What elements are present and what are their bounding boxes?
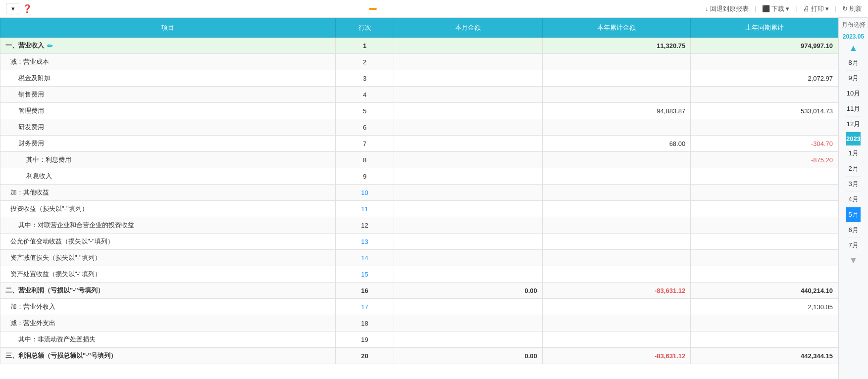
- cell-month-amount: [394, 119, 542, 136]
- cell-row-num: 14: [335, 250, 394, 266]
- sidebar-month-item[interactable]: 6月: [846, 223, 861, 238]
- cell-prev-amount: 974,997.10: [691, 38, 838, 54]
- cell-row-num: 10: [335, 185, 394, 201]
- cell-year-amount: [542, 70, 690, 87]
- cell-month-amount: [394, 250, 542, 266]
- cell-month-amount: [394, 234, 542, 250]
- refresh-button[interactable]: ↻ 刷新: [842, 4, 862, 13]
- cell-row-num: 11: [335, 201, 394, 217]
- sidebar-month-item[interactable]: 10月: [846, 86, 861, 101]
- cell-row-num: 6: [335, 119, 394, 136]
- cell-row-num: 5: [335, 103, 394, 119]
- sidebar-month-item[interactable]: 4月: [846, 192, 861, 207]
- sidebar-month-item[interactable]: 2023: [846, 132, 861, 146]
- cell-month-amount: [394, 266, 542, 283]
- sidebar-month-item[interactable]: 5月: [846, 207, 861, 223]
- top-bar: ▾ ❓ ↓ 回退到原报表 | ⬛ 下载 ▾ | 🖨 打印 ▾: [0, 0, 868, 18]
- back-button[interactable]: ↓ 回退到原报表: [705, 4, 749, 13]
- sidebar-month-item[interactable]: 8月: [846, 55, 861, 71]
- cell-prev-amount: [691, 54, 838, 70]
- sidebar-up-icon[interactable]: ▲: [839, 41, 868, 55]
- cell-month-amount: [394, 185, 542, 201]
- cell-item: 其中：利息费用: [0, 152, 336, 168]
- table-row: 资产减值损失（损失以"-"填列）14: [0, 250, 838, 266]
- sidebar-month-item[interactable]: 3月: [846, 177, 861, 192]
- cell-year-amount: [542, 152, 690, 168]
- cell-row-num: 19: [335, 332, 394, 348]
- col-header-item: 项目: [0, 18, 336, 38]
- download-chevron-icon: ▾: [786, 5, 789, 12]
- cell-prev-amount: -875.20: [691, 152, 838, 168]
- cell-row-num: 15: [335, 266, 394, 283]
- table-row: 销售费用4: [0, 87, 838, 103]
- cell-prev-amount: [691, 315, 838, 332]
- main-content: 项目 行次 本月金额 本年累计金额 上年同期累计 一、营业收入✏111,320.…: [0, 18, 868, 379]
- cell-year-amount: 68.00: [542, 136, 690, 152]
- cell-year-amount: [542, 54, 690, 70]
- print-label: 打印: [811, 4, 824, 13]
- table-row: 利息收入9: [0, 168, 838, 185]
- cell-row-num: 12: [335, 217, 394, 234]
- cell-year-amount: [542, 119, 690, 136]
- cell-year-amount: [542, 217, 690, 234]
- cell-prev-amount: [691, 266, 838, 283]
- cell-row-num: 17: [335, 299, 394, 315]
- table-row: 二、营业利润（亏损以"-"号填列）160.00-83,631.12440,214…: [0, 283, 838, 299]
- sidebar: 月份选择 2023.05 ▲ 8月9月10月11月12月20231月2月3月4月…: [838, 18, 868, 379]
- download-button[interactable]: ⬛ 下载 ▾: [762, 4, 789, 13]
- sidebar-month-item[interactable]: 11月: [846, 101, 861, 117]
- cell-item: 减：营业外支出: [0, 315, 336, 332]
- divider1: |: [755, 5, 756, 12]
- back-icon: ↓: [705, 5, 709, 12]
- cell-item: 税金及附加: [0, 70, 336, 87]
- cell-item: 销售费用: [0, 87, 336, 103]
- cell-row-num: 3: [335, 70, 394, 87]
- cell-month-amount: [394, 217, 542, 234]
- scope-dropdown[interactable]: ▾: [6, 3, 19, 14]
- refresh-label: 刷新: [849, 4, 862, 13]
- cell-month-amount: [394, 299, 542, 315]
- cell-year-amount: [542, 266, 690, 283]
- table-row: 管理费用594,883.87533,014.73: [0, 103, 838, 119]
- table-row: 其中：利息费用8-875.20: [0, 152, 838, 168]
- top-bar-left: ▾ ❓: [6, 3, 32, 14]
- sidebar-month-item[interactable]: 12月: [846, 117, 861, 132]
- status-badge[interactable]: [369, 8, 377, 10]
- sidebar-month-item[interactable]: 1月: [846, 146, 861, 161]
- top-bar-center: [32, 8, 705, 10]
- divider2: |: [795, 5, 797, 12]
- report-table: 项目 行次 本月金额 本年累计金额 上年同期累计 一、营业收入✏111,320.…: [0, 18, 838, 364]
- cell-year-amount: -83,631.12: [542, 348, 690, 364]
- divider3: |: [835, 5, 836, 12]
- sidebar-month-item[interactable]: 7月: [846, 238, 861, 253]
- sidebar-year-display: 2023.05: [839, 30, 868, 41]
- cell-month-amount: [394, 54, 542, 70]
- print-button[interactable]: 🖨 打印 ▾: [803, 4, 829, 13]
- cell-row-num: 16: [335, 283, 394, 299]
- cell-year-amount: [542, 332, 690, 348]
- cell-item: 减：营业成本: [0, 54, 336, 70]
- sidebar-down-icon[interactable]: ▼: [839, 253, 868, 268]
- cell-month-amount: 0.00: [394, 283, 542, 299]
- table-row: 公允价值变动收益（损失以"-"填列）13: [0, 234, 838, 250]
- table-row: 其中：非流动资产处置损失19: [0, 332, 838, 348]
- cell-item: 公允价值变动收益（损失以"-"填列）: [0, 234, 336, 250]
- cell-year-amount: [542, 87, 690, 103]
- table-row: 税金及附加32,072.97: [0, 70, 838, 87]
- cell-month-amount: [394, 38, 542, 54]
- help-icon[interactable]: ❓: [22, 4, 32, 13]
- table-area: 项目 行次 本月金额 本年累计金额 上年同期累计 一、营业收入✏111,320.…: [0, 18, 838, 379]
- cell-month-amount: 0.00: [394, 348, 542, 364]
- table-row: 资产处置收益（损失以"-"填列）15: [0, 266, 838, 283]
- cell-month-amount: [394, 70, 542, 87]
- sidebar-month-item[interactable]: 2月: [846, 161, 861, 177]
- col-header-month: 本月金额: [394, 18, 542, 38]
- cell-item: 资产减值损失（损失以"-"填列）: [0, 250, 336, 266]
- cell-prev-amount: [691, 234, 838, 250]
- cell-year-amount: [542, 185, 690, 201]
- edit-icon[interactable]: ✏: [47, 42, 53, 50]
- cell-item: 一、营业收入✏: [0, 38, 336, 54]
- sidebar-month-item[interactable]: 9月: [846, 71, 861, 86]
- refresh-icon: ↻: [842, 5, 848, 12]
- cell-item: 研发费用: [0, 119, 336, 136]
